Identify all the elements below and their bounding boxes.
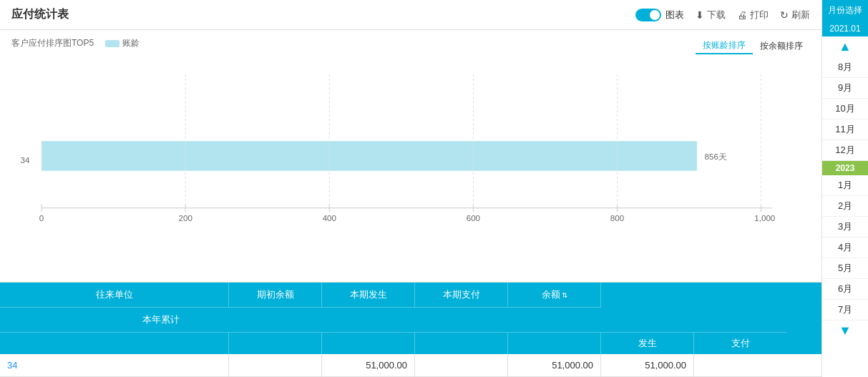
refresh-icon: ↻	[780, 9, 789, 21]
td-ytd-pay	[694, 354, 787, 376]
td-opening	[229, 354, 322, 376]
refresh-label: 刷新	[791, 9, 810, 21]
bar-34	[42, 141, 697, 171]
th-balance-text: 余额	[542, 288, 560, 301]
download-label: 下载	[707, 9, 726, 21]
table-area: 往来单位 期初余额 本期发生 本期支付 余额 ⇅ 本年累计 发生 支付	[0, 282, 821, 377]
th-opening: 期初余额	[229, 283, 322, 308]
svg-text:856天: 856天	[705, 152, 727, 161]
print-label: 打印	[750, 9, 769, 21]
chart-label: 图表	[665, 9, 684, 21]
chart-toggle[interactable]	[635, 9, 661, 21]
print-icon: 🖨	[737, 9, 747, 21]
sort-by-balance-button[interactable]: 按余额排序	[753, 38, 810, 54]
th-ytd-pay: 支付	[694, 332, 787, 354]
th-payment: 本期支付	[415, 283, 508, 308]
legend-item-age: 账龄	[105, 37, 140, 49]
sidebar-month-11[interactable]: 11月	[822, 119, 868, 140]
svg-text:600: 600	[467, 214, 480, 222]
td-occurrence: 51,000.00	[322, 354, 415, 376]
sidebar-month-12[interactable]: 12月	[822, 140, 868, 161]
svg-text:800: 800	[610, 214, 624, 222]
refresh-button[interactable]: ↻ 刷新	[780, 9, 810, 21]
sort-buttons: 按账龄排序 按余额排序	[696, 38, 810, 54]
page-title: 应付统计表	[11, 7, 69, 22]
th-balance: 余额 ⇅	[508, 283, 601, 308]
bar-chart: 34 856天 0 200 400 600 8	[11, 59, 810, 253]
chart-legend-title: 客户应付排序图TOP5	[11, 37, 94, 49]
sidebar-month-2[interactable]: 2月	[822, 196, 868, 217]
sidebar-month-3[interactable]: 3月	[822, 217, 868, 238]
td-unit[interactable]: 34	[0, 354, 229, 376]
svg-text:34: 34	[21, 156, 30, 165]
td-ytd-occ: 51,000.00	[601, 354, 694, 376]
chart-wrapper: 34 856天 0 200 400 600 8	[11, 59, 810, 253]
table-header-row2: 发生 支付	[0, 332, 821, 354]
sidebar-month-4[interactable]: 4月	[822, 238, 868, 258]
svg-text:1,000: 1,000	[754, 214, 775, 222]
sidebar-month-5[interactable]: 5月	[822, 258, 868, 279]
sidebar-nav-down-button[interactable]: ▼	[822, 320, 868, 341]
header-actions: 图表 ⬇ 下载 🖨 打印 ↻ 刷新	[635, 9, 810, 21]
th-ytd-group: 本年累计	[0, 308, 322, 332]
sidebar-month-8[interactable]: 8月	[822, 57, 868, 78]
legend-color-age	[105, 40, 120, 47]
table-row: 34 51,000.00 51,000.00 51,000.00	[0, 354, 821, 377]
sidebar-nav-up-button[interactable]: ▲	[822, 36, 868, 57]
sort-by-age-button[interactable]: 按账龄排序	[696, 38, 753, 54]
sidebar: 月份选择 2021.01 ▲ 8月 9月 10月 11月 12月 2023 1月…	[821, 0, 868, 377]
download-icon: ⬇	[696, 9, 704, 21]
sidebar-month-9[interactable]: 9月	[822, 78, 868, 99]
sidebar-year-tag: 2023	[822, 161, 868, 175]
print-button[interactable]: 🖨 打印	[737, 9, 769, 21]
sidebar-month-1[interactable]: 1月	[822, 175, 868, 196]
sidebar-month-6[interactable]: 6月	[822, 279, 868, 300]
sidebar-month-10[interactable]: 10月	[822, 99, 868, 119]
sidebar-month-7[interactable]: 7月	[822, 300, 868, 320]
table-header-row1: 往来单位 期初余额 本期发生 本期支付 余额 ⇅ 本年累计	[0, 283, 821, 332]
sidebar-header: 月份选择	[822, 0, 868, 21]
td-payment	[415, 354, 508, 376]
sort-balance-icon: ⇅	[562, 291, 567, 299]
svg-text:0: 0	[39, 214, 44, 222]
th-ytd-occ: 发生	[601, 332, 694, 354]
td-balance: 51,000.00	[508, 354, 601, 376]
th-unit: 往来单位	[0, 283, 229, 308]
sidebar-current-date: 2021.01	[822, 21, 868, 36]
chart-legend: 客户应付排序图TOP5 账龄	[11, 37, 140, 49]
legend-label-age: 账龄	[122, 37, 140, 49]
chart-toggle-wrap[interactable]: 图表	[635, 9, 684, 21]
th-occurrence: 本期发生	[322, 283, 415, 308]
svg-text:200: 200	[179, 214, 192, 222]
chart-area: 客户应付排序图TOP5 账龄 按账龄排序 按余额排序 34	[0, 30, 821, 282]
download-button[interactable]: ⬇ 下载	[696, 9, 726, 21]
svg-text:400: 400	[323, 214, 336, 222]
